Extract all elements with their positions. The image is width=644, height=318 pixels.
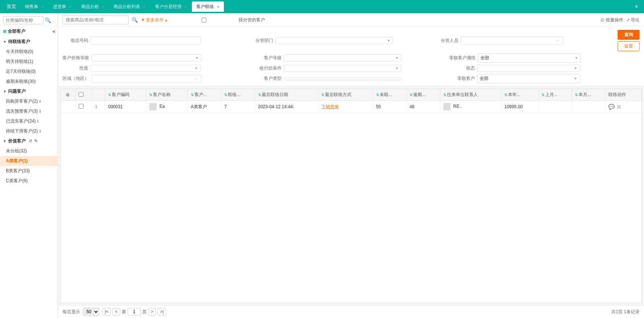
page-number-input[interactable] <box>128 308 141 315</box>
status-select[interactable]: ▼ <box>477 65 580 72</box>
per-page-select[interactable]: 50 <box>83 308 99 316</box>
sidebar-item-ungrouped[interactable]: 未分组(32) <box>0 146 58 156</box>
batch-op-button[interactable]: ☑ 批量操作 <box>601 17 623 23</box>
my-customers-checkbox-label[interactable]: 我分管的客户 <box>171 17 265 23</box>
prev-page-button[interactable]: < <box>112 308 120 315</box>
sidebar-item-tomorrow-contact[interactable]: 明天待联络(1) <box>0 57 58 67</box>
sidebar-search-input[interactable] <box>3 16 43 24</box>
price-level-select[interactable]: ▼ <box>91 54 201 61</box>
refresh-icon[interactable]: ↺ <box>29 139 32 144</box>
filter-row-4: 区域（地区） ··· 客户类型 零散客户 全部 ▼ <box>62 74 640 83</box>
settings-button[interactable]: 设置 <box>618 41 640 51</box>
td-seq: 1 <box>92 101 105 113</box>
sidebar-all-customers-header[interactable]: ⊞ 全部客户 ◀ <box>0 26 58 37</box>
my-customers-checkbox[interactable] <box>171 18 237 22</box>
tab-customer-tier[interactable]: 客户分层经营 × <box>151 1 191 12</box>
sidebar-item-churned[interactable]: 已流失客户(24) ℹ <box>0 116 58 126</box>
th-checkbox[interactable] <box>75 89 92 101</box>
th-last-contact-way[interactable]: ⇅最后联络方式 <box>318 89 373 101</box>
sidebar-item-churn-warning[interactable]: 流失预警客户(3) ℹ <box>0 106 58 116</box>
close-tab-product-analysis[interactable]: × <box>102 4 104 9</box>
sidebar-collapse-button[interactable]: ◀ <box>52 29 55 34</box>
search-input[interactable] <box>62 15 129 24</box>
grid-view-icon[interactable]: ⊞ <box>617 104 621 110</box>
customer-type-select[interactable] <box>284 77 401 80</box>
th-overdue[interactable]: ⇅逾期... <box>407 89 440 101</box>
th-this-month[interactable]: ⇅本月... <box>572 89 605 101</box>
filter-cell-payment: 收付款条件 ▼ <box>256 65 446 72</box>
sidebar-item-class-b[interactable]: B类客户(33) <box>0 166 58 176</box>
status-chevron-icon: ▼ <box>574 66 577 70</box>
th-no-contact[interactable]: ⇅未联... <box>373 89 406 101</box>
filter-cell-status: 状态 ▼ <box>449 65 640 72</box>
td-customer-type: A类客户 <box>187 101 221 113</box>
th-customer-name[interactable]: ⇅客户名称 <box>146 89 187 101</box>
payment-select[interactable]: ▼ <box>284 65 401 72</box>
edit-icon[interactable]: ✎ <box>34 139 37 144</box>
th-customer-code[interactable]: ⇅客户编码 <box>105 89 146 101</box>
region-more-icon[interactable]: ··· <box>192 76 199 81</box>
td-overdue: 48 <box>407 101 440 113</box>
row-checkbox[interactable] <box>79 104 83 109</box>
dept-select[interactable]: ▼ <box>275 37 393 44</box>
th-last-contact-date[interactable]: ⇅最后联络日期 <box>255 89 318 101</box>
close-tab-purchase-order[interactable]: × <box>69 4 71 9</box>
td-checkbox[interactable] <box>75 101 92 113</box>
sidebar-item-7days-contact[interactable]: 近7天待联络(0) <box>0 67 58 77</box>
close-tab-sales-order[interactable]: × <box>41 4 43 9</box>
close-tab-customer-contact[interactable]: × <box>217 4 219 9</box>
sidebar-item-class-c[interactable]: C类客户(6) <box>0 176 58 186</box>
more-conditions-button[interactable]: ▼ 更多条件 ▲ <box>141 17 168 23</box>
phone-label: 电话号码 <box>62 38 88 44</box>
sidebar-item-declining[interactable]: 持续下滑客户(2) ℹ <box>0 126 58 136</box>
tab-sales-order[interactable]: 销售单 × <box>21 1 48 12</box>
sidebar-item-class-a[interactable]: A类客户(1) <box>0 156 58 166</box>
sidebar-problem-customers-header[interactable]: ▼ 问题客户 <box>0 86 58 96</box>
select-all-checkbox[interactable] <box>79 92 83 97</box>
region-select[interactable]: ··· <box>91 75 201 83</box>
th-customer-type[interactable]: ⇅客户... <box>187 89 221 101</box>
customer-avatar <box>149 103 157 110</box>
person-select[interactable]: ··· <box>461 36 564 45</box>
th-gear[interactable]: ⚙ <box>61 89 75 101</box>
export-button[interactable]: ↗ 导出 <box>626 17 640 23</box>
tab-purchase-order[interactable]: 进货单 × <box>49 1 76 12</box>
sidebar-value-customers-header[interactable]: ▼ 价值客户 ↺ ✎ <box>0 136 58 146</box>
next-page-button[interactable]: > <box>148 308 156 315</box>
retail-attr-select[interactable]: 全部 ▼ <box>478 53 581 63</box>
sidebar-search-button[interactable]: 🔍 <box>43 17 53 24</box>
filter-cell-customer-type: 客户类型 <box>256 75 446 82</box>
close-tab-product-analysis-list[interactable]: × <box>143 4 145 9</box>
triangle-icon-2: ▼ <box>3 89 7 93</box>
sidebar-item-overdue-contact[interactable]: 逾期未联络(30) <box>0 77 58 86</box>
retail-customer-select[interactable]: 全部 ▼ <box>477 74 580 83</box>
query-button[interactable]: 查询 <box>618 30 640 40</box>
main-layout: 🔍 ⊞ 全部客户 ◀ ▼ 待联络客户 今天待联络(0) 明天待联络(1) 近7天… <box>0 13 644 318</box>
status-label: 状态 <box>449 65 475 71</box>
sidebar-pending-contact-header[interactable]: ▼ 待联络客户 <box>0 37 58 47</box>
sidebar-item-today-contact[interactable]: 今天待联络(0) <box>0 47 58 57</box>
th-unit-contact[interactable]: ⇅往来单位联系人 <box>440 89 501 101</box>
person-more-icon[interactable]: ··· <box>554 38 561 43</box>
chat-icon[interactable]: 💬 <box>608 104 615 110</box>
nav-home[interactable]: 首页 <box>3 3 20 10</box>
tab-product-analysis-list[interactable]: 商品分析列表 × <box>109 1 150 12</box>
phone-input[interactable] <box>90 36 201 45</box>
sidebar-item-abnormal-repurchase[interactable]: 回购异常客户(2) ℹ <box>0 96 58 106</box>
nature-select[interactable]: ▼ <box>90 65 201 72</box>
search-icon-button[interactable]: 🔍 <box>132 17 138 23</box>
last-page-button[interactable]: >| <box>157 308 166 315</box>
filter-bar: 🔍 ▼ 更多条件 ▲ 我分管的客户 ☑ 批量操作 ↗ 导出 <box>58 13 644 27</box>
close-tab-customer-tier[interactable]: × <box>185 4 187 9</box>
th-contact-count[interactable]: ⇅联络... <box>221 89 255 101</box>
data-table: ⚙ ⇅客户编码 ⇅客户名称 ⇅客户... ⇅联络... ⇅最后联络日期 ⇅最后联… <box>61 89 641 113</box>
tab-customer-contact[interactable]: 客户联络 × <box>192 1 223 12</box>
first-page-button[interactable]: |< <box>102 308 111 315</box>
customer-level-select[interactable]: ▼ <box>284 54 401 61</box>
tab-product-analysis[interactable]: 商品分析 × <box>77 1 108 12</box>
close-all-button[interactable]: × <box>632 3 641 10</box>
page-navigation: |< < 第 页 > >| <box>102 308 166 315</box>
th-this-year[interactable]: ⇅本年... <box>501 89 539 101</box>
td-last-contact-way[interactable]: 下销货单 <box>318 101 373 113</box>
th-last-month[interactable]: ⇅上月... <box>538 89 572 101</box>
